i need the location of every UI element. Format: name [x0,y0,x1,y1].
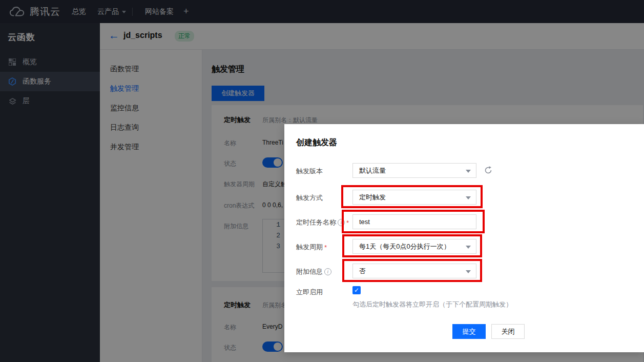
chevron-down-icon [466,196,471,199]
extra-info-select-value: 否 [359,267,366,275]
chevron-down-icon [466,246,471,249]
submit-button[interactable]: 提交 [452,324,486,339]
cycle-select[interactable]: 每1天（每天0点0分执行一次） [352,239,476,254]
method-select[interactable]: 定时触发 [352,190,476,205]
chevron-down-icon [466,170,471,173]
enable-checkbox[interactable]: ✓ [352,286,361,294]
version-label: 触发版本 [296,167,323,176]
page: 腾讯云 总览 云产品 网站备案 + 云函数 概览 函数服务 层 [0,0,644,362]
required-asterisk: * [346,219,349,227]
extra-info-label-text: 附加信息 [296,267,323,276]
version-select-value: 默认流量 [359,167,386,174]
cycle-select-value: 每1天（每天0点0分执行一次） [359,243,450,250]
extra-info-select[interactable]: 否 [352,264,476,278]
enable-label: 立即启用 [296,288,323,297]
cycle-label-text: 触发周期 [296,243,323,252]
chevron-down-icon [466,270,471,273]
info-icon[interactable]: i [324,268,331,275]
method-label: 触发方式 [296,193,323,203]
enable-helper-text: 勾选后定时触发器将立即开启（于下个配置周期触发） [352,300,512,309]
required-asterisk: * [324,244,327,251]
task-name-input[interactable] [352,214,476,229]
task-name-label: 定时任务名称 i * [296,218,349,227]
create-trigger-modal: 创建触发器 触发版本 默认流量 触发方式 定时触发 定时任务名称 i * 触发周… [284,124,644,352]
info-icon[interactable]: i [338,219,345,226]
modal-title: 创建触发器 [296,137,337,148]
refresh-icon[interactable] [484,166,493,177]
method-select-value: 定时触发 [359,193,386,201]
extra-info-label: 附加信息 i [296,267,331,276]
version-select[interactable]: 默认流量 [352,163,476,178]
close-button[interactable]: 关闭 [491,324,525,339]
task-name-label-text: 定时任务名称 [296,218,336,227]
cycle-label: 触发周期 * [296,243,327,252]
